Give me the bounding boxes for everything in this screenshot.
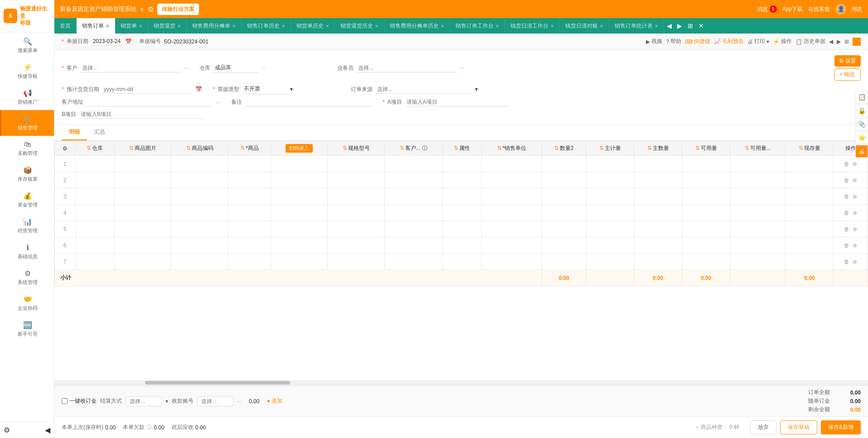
sidebar-item-1[interactable]: ⚡快捷导航 [0,58,54,84]
delete-icon-5[interactable]: 🗑 [844,242,849,249]
date-value[interactable]: 2023-03-24 [91,37,122,46]
row-unit-2[interactable] [481,188,542,205]
col-unit[interactable]: ⇅*销售单位 [481,141,542,156]
tab-item-7[interactable]: 销货退货历史✕ [335,18,384,34]
account-more-dots[interactable]: ··· [237,398,242,404]
table-scrollbar[interactable] [54,380,868,385]
warehouse-more-dots[interactable]: ··· [261,65,266,71]
scan-button[interactable]: 扫码录入 [286,144,313,153]
col-qty2[interactable]: ⇅数量2 [542,141,586,156]
delivery-input[interactable] [102,85,193,94]
tab-item-6[interactable]: 销货单历史✕ [291,18,335,34]
save-draft-button[interactable]: 保存草稿 [780,420,817,434]
tab-close-5[interactable]: ✕ [281,24,285,29]
col-main-unit[interactable]: ⇅主计量 [586,141,634,156]
history-btn[interactable]: 📋 历史单据 [795,38,825,45]
copy-icon-5[interactable]: ⊕ [853,242,857,249]
row-product-3[interactable] [228,205,271,221]
row-unit-3[interactable] [481,205,542,221]
row-attr-6[interactable] [442,254,481,270]
tab-close-12[interactable]: ✕ [655,24,658,29]
tab-item-9[interactable]: 销售订单工作台✕ [450,18,505,34]
address-input[interactable] [86,98,213,106]
customer-input[interactable] [80,64,181,72]
row-attr-5[interactable] [442,237,481,254]
col-spec[interactable]: ⇅规格型号 [328,141,384,156]
grid-view-btn[interactable]: ⊞ [844,39,849,45]
col-product[interactable]: ⇅*商品 [228,141,271,156]
tab-item-10[interactable]: 钱货日清工作台✕ [505,18,560,34]
sidebar-item-6[interactable]: 💰资金管理 [0,187,54,213]
delete-icon-0[interactable]: 🗑 [844,161,849,167]
one-click-checkbox[interactable] [62,398,68,404]
row-warehouse-0[interactable] [75,156,114,172]
salesperson-more-dots[interactable]: ··· [460,65,464,71]
col-sku[interactable]: ⇅商品编码 [171,141,228,156]
set-button[interactable]: ⚙ 设置 [834,55,861,67]
tab-close-3[interactable]: ✕ [177,24,181,29]
row-spec-4[interactable] [328,221,384,237]
tab-item-11[interactable]: 钱货日清对账✕ [560,18,609,34]
row-warehouse-2[interactable] [75,188,114,205]
row-customer-code-5[interactable] [384,237,442,254]
nav-prev-btn[interactable]: ◀ [829,39,833,45]
row-warehouse-1[interactable] [75,172,114,188]
col-stock[interactable]: ⇅现存量 [786,141,834,156]
row-unit-0[interactable] [481,156,542,172]
tab-item-4[interactable]: 销售费用分摊单✕ [187,18,242,34]
note-input[interactable] [245,98,372,106]
delete-icon-1[interactable]: 🗑 [844,177,849,183]
col-image[interactable]: ⇅商品图片 [115,141,171,156]
add-logistics-button[interactable]: + 物流 [834,68,861,81]
row-spec-3[interactable] [328,205,384,221]
copy-icon-4[interactable]: ⊕ [853,226,857,232]
row-main-qty-0[interactable] [634,156,682,172]
col-attr[interactable]: ⇅属性 [442,141,481,156]
copy-icon-0[interactable]: ⊕ [853,161,857,167]
row-customer-code-2[interactable] [384,188,442,205]
sidebar-item-10[interactable]: 🤝企业协同 [0,290,54,316]
tab-item-8[interactable]: 销售费用分摊单历史✕ [384,18,450,34]
row-qty2-4[interactable] [542,221,586,237]
float-star-btn[interactable]: ⭐ [855,131,868,144]
float-print-btn[interactable]: 🖨 [855,145,868,158]
row-sku-5[interactable] [171,237,228,254]
row-attr-1[interactable] [442,172,481,188]
row-qty2-2[interactable] [542,188,586,205]
tab-item-3[interactable]: 销货退货✕ [148,18,187,34]
help-btn[interactable]: ? 帮助 [666,38,681,45]
sidebar-item-4[interactable]: 🛍采购管理 [0,136,54,161]
date-picker-icon[interactable]: 📅 [125,39,132,45]
tab-item-2[interactable]: 销货单✕ [115,18,148,34]
row-unit-5[interactable] [481,237,542,254]
address-more-dots[interactable]: ··· [216,99,220,106]
tab-close-8[interactable]: ✕ [441,24,444,29]
row-main-qty-3[interactable] [634,205,682,221]
row-main-qty-4[interactable] [634,221,682,237]
row-main-qty-5[interactable] [634,237,682,254]
col-main-qty[interactable]: ⇅主数量 [634,141,682,156]
row-qty2-6[interactable] [542,254,586,270]
row-qty2-5[interactable] [542,237,586,254]
row-spec-5[interactable] [328,237,384,254]
industry-button[interactable]: 体验行业方案 [157,4,199,15]
tab-close-10[interactable]: ✕ [550,24,554,29]
row-product-5[interactable] [228,237,271,254]
row-customer-code-1[interactable] [384,172,442,188]
tab-close-9[interactable]: ✕ [495,24,499,29]
row-sku-4[interactable] [171,221,228,237]
tab-summary[interactable]: 汇总 [87,125,112,140]
float-attachment-btn[interactable]: 📎 [855,118,868,130]
operation-btn[interactable]: ⚡ 操作 [773,38,792,45]
dropdown-icon[interactable]: ▾ [140,5,144,14]
sidebar-item-7[interactable]: 📊经营管理 [0,213,54,239]
row-customer-code-4[interactable] [384,221,442,237]
tab-close-1[interactable]: ✕ [106,24,109,29]
row-attr-2[interactable] [442,188,481,205]
invoice-value[interactable]: 不开票 [242,84,287,94]
col-scan[interactable]: 扫码录入 [271,141,327,156]
notification-area[interactable]: 消息 9 [757,5,776,13]
row-spec-1[interactable] [328,172,384,188]
tab-close-btn[interactable]: ✕ [696,22,707,29]
print-btn[interactable]: 🖨 打印 ▾ [747,38,769,45]
